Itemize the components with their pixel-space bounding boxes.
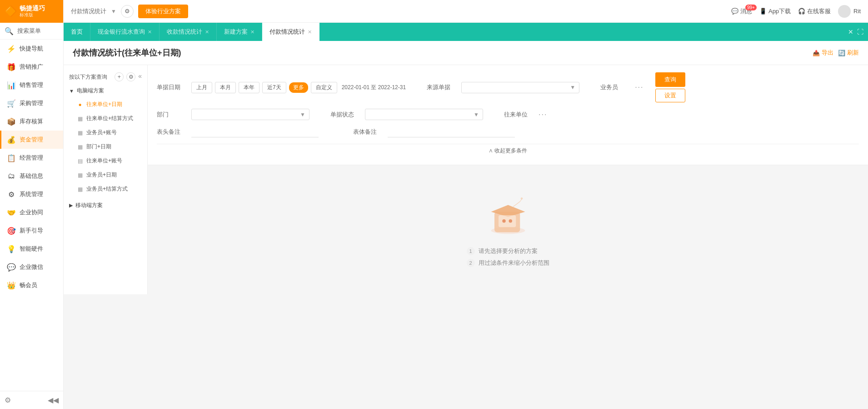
empty-tip-1: 1 请先选择要分析的方案 — [467, 247, 549, 255]
sidebar-item-business[interactable]: 📋 经营管理 — [0, 149, 63, 167]
schema-item-partner-account[interactable]: ▤ 往来单位+账号 — [64, 154, 147, 168]
sidebar-item-weixin[interactable]: 💬 企业微信 — [0, 258, 63, 276]
payment-tab-close[interactable]: ✕ — [308, 29, 312, 35]
schema-settings-button[interactable]: ⚙ — [126, 72, 135, 81]
schema-group-mobile[interactable]: ▶ 移动端方案 — [64, 199, 147, 212]
tip-num-2: 2 — [467, 259, 475, 267]
left-panel-collapse-button[interactable]: « — [138, 72, 142, 81]
custom-date-btn[interactable]: 自定义 — [311, 82, 337, 93]
try-industry-button[interactable]: 体验行业方案 — [138, 5, 188, 18]
this-year-btn[interactable]: 本年 — [239, 82, 259, 93]
sidebar-item-inventory[interactable]: 📦 库存核算 — [0, 112, 63, 131]
user-profile[interactable]: Rit — [838, 5, 861, 18]
new-tab-close[interactable]: ✕ — [250, 29, 254, 35]
setting-button[interactable]: 设置 — [655, 89, 685, 102]
guide-label: 新手引导 — [20, 227, 43, 235]
system-icon: ⚙ — [7, 190, 16, 199]
sidebar-item-guide[interactable]: 🎯 新手引导 — [0, 222, 63, 240]
promo-label: 营销推广 — [20, 63, 43, 71]
schema-group-desktop[interactable]: ▼ 电脑端方案 — [64, 84, 147, 97]
grid-icon-1: ▦ — [76, 115, 84, 122]
tab-new[interactable]: 新建方案 ✕ — [217, 23, 262, 41]
sidebar-settings-icon[interactable]: ⚙ — [5, 396, 11, 404]
refresh-button[interactable]: 🔄 刷新 — [838, 49, 859, 57]
sidebar-item-basic[interactable]: 🗂 基础信息 — [0, 167, 63, 185]
tabbar: 首页 现金银行流水查询 ✕ 收款情况统计 ✕ 新建方案 ✕ 付款情况统计 ✕ ✕… — [64, 23, 868, 41]
schema-item-partner-settle[interactable]: ▦ 往来单位+结算方式 — [64, 111, 147, 126]
source-select[interactable]: ▼ — [461, 82, 579, 93]
online-service-button[interactable]: 🎧 在线客服 — [798, 7, 831, 15]
this-month-btn[interactable]: 本月 — [215, 82, 236, 93]
tab-receipt[interactable]: 收款情况统计 ✕ — [160, 23, 217, 41]
app-edition: 标准版 — [20, 12, 45, 18]
left-panel-header: 按以下方案查询 + ⚙ « — [64, 70, 147, 84]
dept-select[interactable]: ▼ — [191, 109, 309, 120]
tab-fullscreen-icon[interactable]: ⛶ — [857, 28, 863, 35]
sidebar-item-promo[interactable]: 🎁 营销推广 — [0, 58, 63, 76]
hardware-label: 智能硬件 — [20, 245, 43, 253]
sidebar-collapse-icon[interactable]: ◀◀ — [48, 396, 59, 404]
staff-select-dots[interactable]: ··· — [635, 83, 644, 91]
last-7days-btn[interactable]: 近7天 — [262, 82, 286, 93]
tab-home[interactable]: 首页 — [64, 23, 90, 41]
empty-state: 1 请先选择要分析的方案 2 用过滤条件来缩小分析范围 — [148, 165, 868, 294]
add-schema-button[interactable]: + — [115, 72, 124, 81]
schema-item-staff-account[interactable]: ▦ 业务员+账号 — [64, 126, 147, 140]
tip-text-2: 用过滤条件来缩小分析范围 — [479, 259, 549, 267]
weixin-label: 企业微信 — [20, 263, 43, 271]
capital-label: 资金管理 — [20, 136, 43, 144]
sidebar-item-purchase[interactable]: 🛒 采购管理 — [0, 94, 63, 112]
sidebar-item-corp[interactable]: 🤝 企业协同 — [0, 203, 63, 222]
tab-payment[interactable]: 付款情况统计 ✕ — [262, 23, 319, 41]
empty-illustration — [481, 192, 535, 238]
schema-item-staff-settle[interactable]: ▦ 业务员+结算方式 — [64, 182, 147, 196]
export-button[interactable]: 📤 导出 — [813, 49, 833, 57]
app-download-button[interactable]: 📱 App下载 — [759, 7, 791, 15]
doc-status-select[interactable]: ▼ — [365, 109, 483, 120]
app-label: App下载 — [768, 7, 791, 15]
sidebar-footer: ⚙ ◀◀ — [0, 391, 63, 409]
payment-tab-label: 付款情况统计 — [269, 28, 305, 36]
topbar-gear-btn[interactable]: ⚙ — [121, 5, 134, 18]
table-body-input[interactable] — [388, 126, 515, 137]
left-panel: 按以下方案查询 + ⚙ « ▼ 电脑端方案 — [64, 65, 148, 294]
tab-bank[interactable]: 现金银行流水查询 ✕ — [90, 23, 160, 41]
sidebar-item-system[interactable]: ⚙ 系统管理 — [0, 185, 63, 203]
bank-tab-close[interactable]: ✕ — [148, 29, 152, 35]
collapse-filter-button[interactable]: ∧ 收起更多条件 — [157, 144, 859, 157]
receipt-tab-close[interactable]: ✕ — [205, 29, 209, 35]
page-actions: 📤 导出 🔄 刷新 — [813, 49, 859, 57]
schema-item-staff-date[interactable]: ▦ 业务员+日期 — [64, 168, 147, 182]
doc-status-select-text — [369, 111, 474, 118]
tabbar-actions: ✕ ⛶ — [843, 23, 868, 41]
doc-status-label: 单据状态 — [330, 111, 358, 119]
schema-item-partner-account-label: 往来单位+账号 — [86, 157, 122, 165]
sidebar-item-hardware[interactable]: 💡 智能硬件 — [0, 240, 63, 258]
message-button[interactable]: 💬 消息 99+ — [731, 7, 752, 15]
weixin-icon: 💬 — [7, 263, 16, 272]
table-body-label: 表体备注 — [353, 128, 380, 136]
system-label: 系统管理 — [20, 190, 43, 198]
partner-label: 往来单位 — [504, 111, 531, 119]
page-content: 付款情况统计(往来单位+日期) 📤 导出 🔄 刷新 按以下方案查询 — [64, 41, 868, 409]
sidebar-item-member[interactable]: 👑 畅会员 — [0, 276, 63, 294]
sidebar-item-search[interactable]: 🔍 搜索菜单 — [0, 23, 63, 40]
schema-item-partner-date[interactable]: ● 往来单位+日期 — [64, 97, 147, 111]
basic-label: 基础信息 — [20, 172, 43, 180]
tab-close-all-icon[interactable]: ✕ — [848, 28, 853, 35]
svg-point-4 — [502, 219, 506, 223]
partner-select-dots[interactable]: ··· — [539, 111, 547, 119]
table-head-input[interactable] — [191, 126, 319, 137]
sidebar-item-sales[interactable]: 📊 销售管理 — [0, 76, 63, 94]
date-range: 2022-01-01 至 2022-12-31 — [342, 84, 406, 91]
circle-orange-icon: ● — [76, 101, 84, 108]
sidebar-item-capital[interactable]: 💰 资金管理 — [0, 131, 63, 149]
business-icon: 📋 — [7, 153, 16, 162]
staff-label: 业务员 — [600, 83, 628, 91]
last-month-btn[interactable]: 上月 — [191, 82, 212, 93]
more-dates-btn[interactable]: 更多 — [289, 82, 308, 93]
schema-item-dept-date[interactable]: ▦ 部门+日期 — [64, 140, 147, 154]
sidebar-item-nav[interactable]: ⚡ 快捷导航 — [0, 40, 63, 58]
query-button[interactable]: 查询 — [655, 72, 685, 87]
schema-query-label: 按以下方案查询 — [69, 73, 107, 81]
